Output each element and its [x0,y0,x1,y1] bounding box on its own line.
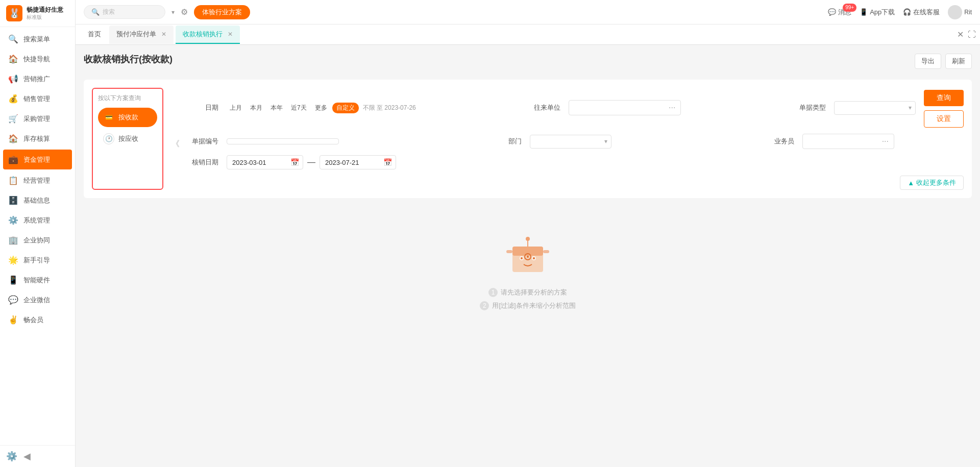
doc-num-input[interactable] [227,138,339,144]
tab-home[interactable]: 首页 [80,26,109,44]
hint-num-2: 2 [480,301,489,310]
sidebar-item-quicknav[interactable]: 🏠 快捷导航 [0,49,75,69]
date-tab-7days[interactable]: 近7天 [288,103,310,113]
filter-row-1: 日期 上月 本月 本年 近7天 更多 自定义 不限 至 2023-07-26 往… [188,88,964,128]
sidebar-item-system[interactable]: ⚙️ 系统管理 [0,210,75,230]
collapse-conditions-button[interactable]: ▲ 收起更多条件 [900,176,964,190]
collapse-icon[interactable]: ◀ [23,451,31,462]
date-tab-this-month[interactable]: 本月 [247,103,265,113]
inventory-icon: 🏠 [8,134,18,143]
receipt-icon: 💳 [103,112,114,123]
filter-row-3: 核销日期 📅 — 📅 [188,155,964,169]
sidebar-item-corp-label: 企业协同 [23,236,50,245]
user-name: Rit [964,9,972,16]
user-profile[interactable]: Rit [948,5,972,19]
sidebar-item-inventory[interactable]: 🏠 库存核算 [0,129,75,149]
sidebar-item-sales[interactable]: 💰 销售管理 [0,89,75,109]
sidebar-item-marketing[interactable]: 📢 营销推广 [0,69,75,89]
sidebar-item-purchase[interactable]: 🛒 采购管理 [0,109,75,129]
logo-icon: 🐰 [6,5,22,21]
export-button[interactable]: 导出 [915,54,941,69]
counterpart-dots-icon[interactable]: ··· [669,103,675,112]
date-tab-this-year[interactable]: 本年 [267,103,286,113]
collapse-btn-label: 收起更多条件 [916,178,956,187]
filter-sidebar-title: 按以下方案查询 [98,94,157,103]
sidebar-item-system-label: 系统管理 [23,216,50,225]
sidebar-item-guide[interactable]: 🌟 新手引导 [0,250,75,270]
svg-rect-1 [512,247,543,256]
message-badge: 99+ [843,4,856,12]
tab-expand-icon[interactable]: ⛶ [968,30,976,39]
message-icon: 💬 [828,8,836,16]
online-service-label: 在线客服 [913,8,940,17]
query-button[interactable]: 查询 [924,90,964,106]
search-icon: 🔍 [8,34,18,44]
verify-date-range: 📅 — 📅 [227,155,396,169]
empty-hint-1: 1 请先选择要分析的方案 [488,288,567,297]
empty-hint-2: 2 用[过滤]条件来缩小分析范围 [480,301,575,310]
settings-icon[interactable]: ⚙️ [6,451,17,462]
filter-by-receivable[interactable]: 🕐 按应收 [98,129,157,149]
tab-receipt-verify-label: 收款核销执行 [183,30,223,39]
doc-type-select[interactable] [834,101,916,115]
sidebar-item-member[interactable]: ✌️ 畅会员 [0,310,75,330]
tab-prepay-label: 预付冲应付单 [116,30,156,39]
tab-close-all-icon[interactable]: ✕ [957,30,964,39]
cal-start-icon[interactable]: 📅 [290,158,299,166]
search-input[interactable]: 🔍 搜索 [84,5,165,19]
message-item[interactable]: 💬 消息 99+ [828,8,851,17]
dept-label: 部门 [491,137,522,146]
tab-prepay-close-icon[interactable]: ✕ [161,31,166,38]
solution-button[interactable]: 体验行业方案 [194,5,250,19]
sidebar: 🐰 畅捷通好生意 标准版 🔍 搜索菜单 🏠 快捷导航 📢 营销推广 💰 销售管理… [0,0,76,467]
logo-line1: 畅捷通好生意 [27,6,63,14]
sidebar-item-search[interactable]: 🔍 搜索菜单 [0,29,75,49]
verify-date-end-input[interactable]: 📅 [320,155,396,169]
tab-prepay[interactable]: 预付冲应付单 ✕ [109,26,174,44]
verify-date-end-field[interactable] [325,159,381,166]
doc-type-label: 单据类型 [795,103,826,112]
tab-receipt-verify[interactable]: 收款核销执行 ✕ [176,26,240,44]
header-chevron-icon[interactable]: ▾ [172,9,175,16]
sidebar-item-wechat[interactable]: 💬 企业微信 [0,290,75,310]
filter-by-receipt[interactable]: 💳 按收款 [98,108,157,127]
filter-main: 日期 上月 本月 本年 近7天 更多 自定义 不限 至 2023-07-26 往… [188,88,964,190]
verify-date-label: 核销日期 [188,158,218,167]
sidebar-item-biz[interactable]: 📋 经营管理 [0,170,75,190]
date-tab-last-month[interactable]: 上月 [227,103,245,113]
date-tabs: 上月 本月 本年 近7天 更多 自定义 不限 至 2023-07-26 [227,103,416,113]
app-download-item[interactable]: 📱 App下载 [860,8,895,17]
corp-icon: 🏢 [8,235,18,245]
header-gear-icon[interactable]: ⚙ [181,7,188,17]
sidebar-item-finance[interactable]: 💼 资金管理 [3,150,72,169]
sidebar-item-hardware[interactable]: 📱 智能硬件 [0,270,75,290]
sidebar-item-base[interactable]: 🗄️ 基础信息 [0,190,75,210]
receivable-icon: 🕐 [103,133,114,144]
verify-date-start-input[interactable]: 📅 [227,155,303,169]
counterpart-input[interactable]: ··· [569,100,681,115]
refresh-button[interactable]: 刷新 [945,54,972,69]
staff-dots-icon[interactable]: ··· [882,137,889,146]
date-label: 日期 [188,103,218,112]
sidebar-item-corp[interactable]: 🏢 企业协同 [0,230,75,250]
sidebar-nav: 🔍 搜索菜单 🏠 快捷导航 📢 营销推广 💰 销售管理 🛒 采购管理 🏠 库存核… [0,27,75,445]
filter-by-receivable-label: 按应收 [118,134,138,143]
settings-button[interactable]: 设置 [924,110,964,128]
member-icon: ✌️ [8,315,18,325]
date-tab-custom[interactable]: 自定义 [332,103,359,113]
filter-toggle[interactable]: 《 [169,98,182,190]
date-unlimited: 不限 至 2023-07-26 [363,104,416,112]
empty-state: 1 请先选择要分析的方案 2 用[过滤]条件来缩小分析范围 [84,198,972,341]
sales-icon: 💰 [8,94,18,104]
staff-label: 业务员 [764,137,794,146]
filter-row-2: 单据编号 部门 ▾ 业务员 [188,134,964,149]
dept-select[interactable] [530,135,611,149]
verify-date-start-field[interactable] [232,159,288,166]
tab-receipt-verify-close-icon[interactable]: ✕ [228,31,233,38]
cal-end-icon[interactable]: 📅 [383,158,392,166]
dept-select-wrap: ▾ [530,135,611,149]
date-tab-more[interactable]: 更多 [312,103,330,113]
online-service-item[interactable]: 🎧 在线客服 [903,8,940,17]
staff-input[interactable]: ··· [802,134,894,149]
svg-rect-7 [543,250,549,253]
